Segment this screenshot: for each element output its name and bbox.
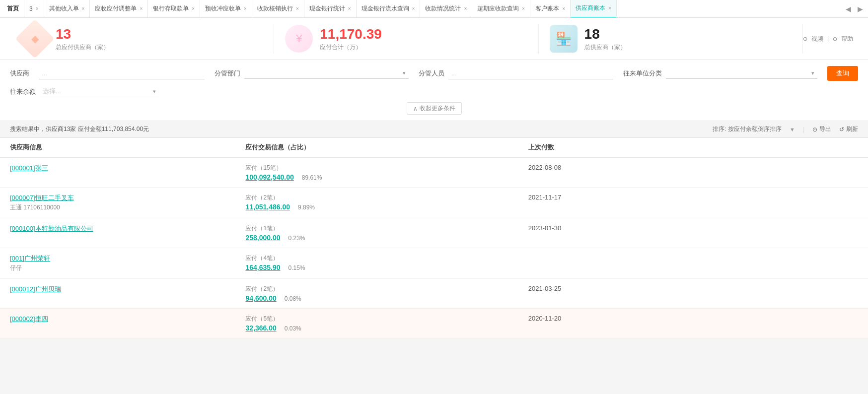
nav-tab-customer-ledger[interactable]: 客户账本 ×	[530, 0, 571, 18]
refresh-icon: ↺	[839, 126, 844, 133]
transaction-info-2: 应付（2笔） 11,051,486.00 9.89%	[245, 194, 528, 211]
close-icon[interactable]: ×	[522, 6, 525, 11]
supplier-name-1[interactable]: [000001]张三	[10, 164, 245, 173]
table-row: [000100]本特勤油品有限公司 应付（1笔） 258,000.00 0.23…	[0, 218, 868, 248]
dept-select[interactable]: ▾	[244, 68, 409, 79]
trans-amount-5[interactable]: 94,600.00	[245, 294, 276, 302]
last-pay-date-5: 2021-03-25	[528, 285, 562, 292]
transaction-info-6: 应付（5笔） 32,366.00 0.03%	[245, 315, 528, 332]
trans-amount-6[interactable]: 32,366.00	[245, 324, 276, 332]
trans-row-4: 164,635.90 0.15%	[245, 263, 528, 271]
nav-tab-collection[interactable]: 收款核销执行 ×	[252, 0, 304, 18]
person-input[interactable]	[448, 67, 613, 79]
nav-tab-cash-flow[interactable]: 现金银行流水查询 ×	[357, 0, 421, 18]
help-link[interactable]: 帮助	[841, 35, 853, 43]
last-pay-2: 2021-11-17	[528, 194, 717, 201]
nav-tab-supplier-ledger[interactable]: 供应商账本 ×	[571, 0, 617, 18]
nav-arrows: ◀ ▶	[842, 3, 866, 15]
balance-placeholder: 选择...	[43, 87, 61, 96]
supplier-name-2[interactable]: [000007]恒旺二手叉车	[10, 194, 245, 202]
total-suppliers-label: 总供应商（家）	[584, 43, 626, 52]
collapse-bar: ∧ 收起更多条件	[10, 102, 858, 115]
supplier-info-2: [000007]恒旺二手叉车 王通 17106110000	[10, 194, 245, 212]
nav-tab-adjust[interactable]: 应收应付调整单 ×	[90, 0, 148, 18]
dept-filter-label: 分管部门	[215, 69, 240, 78]
nav-next-button[interactable]: ▶	[854, 3, 866, 15]
help-icon: ⊙	[833, 36, 837, 42]
nav-tab-supplier-ledger-label: 供应商账本	[576, 4, 605, 12]
nav-tab-bank[interactable]: 银行存取款单 ×	[148, 0, 200, 18]
person-filter-label: 分管人员	[419, 69, 444, 78]
nav-tab-home-label: 首页	[7, 4, 19, 13]
supplier-name-3[interactable]: [000100]本特勤油品有限公司	[10, 224, 245, 233]
result-summary-text: 搜索结果中，供应商13家 应付金额111,703,854.00元	[10, 125, 149, 133]
nav-prev-button[interactable]: ◀	[842, 3, 854, 15]
supplier-info-6: [000002]李四	[10, 315, 245, 324]
export-label: 导出	[819, 125, 831, 133]
export-icon: ⊙	[812, 126, 817, 133]
nav-tab-home[interactable]: 首页	[2, 0, 24, 18]
nav-tab-collect-stat[interactable]: 收款情况统计 ×	[420, 0, 472, 18]
query-button[interactable]: 查询	[827, 66, 858, 81]
diamond-icon: ◆	[20, 24, 50, 54]
trans-amount-2[interactable]: 11,051,486.00	[245, 203, 290, 211]
trans-percent-5: 0.08%	[285, 295, 301, 302]
supplier-info-4: [001]广州荣轩 仔仔	[10, 254, 245, 272]
supplier-sub-2: 王通 17106110000	[10, 203, 245, 212]
close-icon[interactable]: ×	[608, 5, 611, 11]
main-table: 供应商信息 应付交易信息（占比） 上次付数 [000001]张三 应付（15笔）…	[0, 138, 868, 338]
table-row: [000002]李四 应付（5笔） 32,366.00 0.03% 2020-1…	[0, 309, 868, 338]
close-icon[interactable]: ×	[82, 6, 85, 11]
close-icon[interactable]: ×	[348, 6, 351, 11]
payable-suppliers-label: 总应付供应商（家）	[56, 43, 109, 52]
table-content: [000001]张三 应付（15笔） 100,092,540.00 89.61%…	[0, 158, 868, 338]
summary-bar: ◆ 13 总应付供应商（家） ¥ 11,170.39 应付合计（万） 🏪 18 …	[0, 18, 868, 60]
export-link[interactable]: ⊙ 导出	[812, 125, 831, 133]
balance-select[interactable]: 选择... ▾	[40, 85, 159, 98]
sort-down-icon: ▼	[790, 127, 795, 132]
summary-payable-suppliers-text: 13 总应付供应商（家）	[56, 26, 109, 52]
refresh-link[interactable]: ↺ 刷新	[839, 125, 858, 133]
trans-row-2: 11,051,486.00 9.89%	[245, 202, 528, 211]
close-icon[interactable]: ×	[562, 6, 565, 11]
nav-tab-3[interactable]: 3 ×	[24, 0, 44, 18]
nav-tab-other-income[interactable]: 其他收入单 ×	[44, 0, 90, 18]
supplier-name-6[interactable]: [000002]李四	[10, 315, 245, 324]
filter-person: 分管人员	[419, 67, 613, 79]
close-icon[interactable]: ×	[192, 6, 195, 11]
nav-tab-collection-label: 收款核销执行	[257, 4, 293, 13]
close-icon[interactable]: ×	[36, 6, 39, 11]
supplier-input[interactable]	[39, 67, 205, 79]
category-select[interactable]: ▾	[666, 68, 818, 79]
last-pay-1: 2022-08-08	[528, 164, 717, 171]
trans-amount-3[interactable]: 258,000.00	[245, 234, 280, 242]
close-icon[interactable]: ×	[464, 6, 467, 11]
video-link[interactable]: 视频	[811, 35, 823, 43]
summary-help-links: ⊙ 视频 | ⊙ 帮助	[803, 35, 858, 43]
close-icon[interactable]: ×	[412, 6, 415, 11]
trans-label-4: 应付（4笔）	[245, 254, 528, 263]
filter-row-1: 供应商 分管部门 ▾ 分管人员 往来单位分类 ▾ 查询	[10, 66, 858, 81]
trans-amount-1[interactable]: 100,092,540.00	[245, 173, 293, 181]
payable-total-label: 应付合计（万）	[320, 43, 382, 52]
payable-total-amount: 11,170.39	[320, 26, 382, 43]
close-icon[interactable]: ×	[244, 6, 247, 11]
filter-dept: 分管部门 ▾	[215, 68, 409, 79]
collapse-button[interactable]: ∧ 收起更多条件	[407, 102, 462, 115]
summary-item-payable-suppliers: ◆ 13 总应付供应商（家）	[10, 24, 274, 54]
supplier-name-5[interactable]: [000012]广州贝瑞	[10, 285, 245, 294]
summary-payable-total-text: 11,170.39 应付合计（万）	[320, 26, 382, 52]
trans-row-3: 258,000.00 0.23%	[245, 233, 528, 242]
trans-amount-4[interactable]: 164,635.90	[245, 263, 280, 271]
nav-tab-precharge[interactable]: 预收冲应收单 ×	[200, 0, 252, 18]
nav-tab-cash-stat[interactable]: 现金银行统计 ×	[304, 0, 357, 18]
transaction-info-4: 应付（4笔） 164,635.90 0.15%	[245, 254, 528, 271]
close-icon[interactable]: ×	[140, 6, 143, 11]
nav-tab-overdue[interactable]: 超期应收款查询 ×	[472, 0, 530, 18]
last-pay-3: 2023-01-30	[528, 224, 717, 232]
trans-label-1: 应付（15笔）	[245, 164, 528, 172]
trans-row-6: 32,366.00 0.03%	[245, 323, 528, 332]
supplier-name-4[interactable]: [001]广州荣轩	[10, 254, 245, 263]
supplier-info-3: [000100]本特勤油品有限公司	[10, 224, 245, 233]
close-icon[interactable]: ×	[296, 6, 299, 11]
